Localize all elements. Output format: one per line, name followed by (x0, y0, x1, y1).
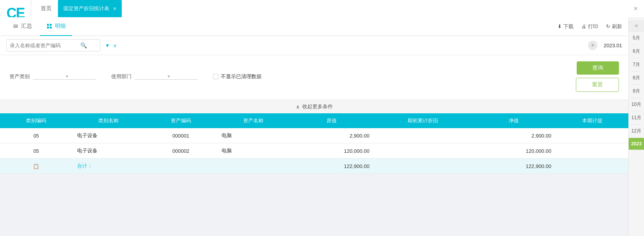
cell-net-value: 2,900.00 (471, 128, 556, 143)
reset-button[interactable]: 重置 (576, 78, 619, 92)
col-header-asset-name: 资产名称 (217, 113, 289, 128)
col-header-asset-code: 资产编码 (145, 113, 217, 128)
tab-summary-label: 汇总 (21, 23, 32, 30)
search-filter-bar: 🔍 ▼ ∨ > 2023.01 (0, 36, 628, 55)
cell-asset-name: 电脑 (217, 128, 289, 143)
total-net-value: 122,900.00 (471, 159, 556, 174)
month-sidebar-item[interactable]: 9月 (631, 85, 642, 98)
collapse-label: 收起更多条件 (302, 103, 333, 110)
app-close-button[interactable]: × (633, 5, 638, 13)
print-button[interactable]: 🖨 打印 (581, 23, 598, 30)
total-row: 📋 合计： 122,900.00 122,900.00 (0, 159, 628, 174)
refresh-button[interactable]: ↻ 刷新 (606, 23, 622, 30)
filter-icon: ▼ (105, 43, 110, 48)
cell-original-value: 2,900.00 (289, 128, 374, 143)
refresh-icon: ↻ (606, 23, 610, 29)
table-header-row: 类别编码 类别名称 资产编码 资产名称 原值 期初累计折旧 净值 本期计提 (0, 113, 628, 128)
search-input-wrap[interactable]: 🔍 (6, 39, 100, 52)
up-arrow-icon: < (635, 23, 638, 29)
filter-row-1: 资产类别 ▼ 使用部门 ▼ 不显示已清理数据 查询 重置 (9, 61, 619, 92)
col-header-original-value: 原值 (289, 113, 374, 128)
query-button[interactable]: 查询 (577, 61, 619, 75)
svg-rect-4 (50, 24, 52, 26)
date-display: 2023.01 (601, 43, 622, 48)
cell-net-value: 120,000.00 (471, 143, 556, 159)
department-field: 使用部门 ▼ (111, 73, 197, 80)
refresh-label: 刷新 (612, 23, 622, 30)
tab-detail-label: 明细 (55, 23, 66, 30)
cell-accumulated-depreciation (374, 143, 471, 159)
download-icon: ⬇ (557, 23, 562, 29)
hide-cleared-checkbox[interactable] (213, 74, 218, 79)
asset-table: 类别编码 类别名称 资产编码 资产名称 原值 期初累计折旧 净值 本期计提 05… (0, 113, 628, 174)
home-nav-item[interactable]: 首页 (38, 5, 55, 12)
cell-current-period (556, 128, 628, 143)
data-table-wrap: 类别编码 类别名称 资产编码 资产名称 原值 期初累计折旧 净值 本期计提 05… (0, 113, 628, 174)
total-label-cell: 合计： (72, 159, 217, 174)
sidebar-scroll-up[interactable]: < (629, 20, 644, 32)
month-sidebar: < 5月6月7月8月9月10月11月12月 2023 (628, 17, 644, 174)
search-icon: 🔍 (80, 42, 87, 48)
col-header-current-period: 本期计提 (556, 113, 628, 128)
month-sidebar-item[interactable]: 7月 (631, 58, 642, 72)
collapse-more-conditions[interactable]: ∧ 收起更多条件 (0, 100, 628, 113)
svg-rect-5 (47, 27, 49, 29)
cell-current-period (556, 143, 628, 159)
detail-icon (46, 23, 52, 29)
layers-icon (13, 23, 19, 29)
search-input[interactable] (10, 43, 80, 48)
month-sidebar-item[interactable]: 5月 (631, 32, 642, 45)
total-original-value: 122,900.00 (289, 159, 374, 174)
hide-cleared-field[interactable]: 不显示已清理数据 (213, 73, 262, 80)
tab-label: 固定资产折旧统计表 (63, 5, 109, 12)
expand-button[interactable]: > (588, 41, 597, 50)
collapse-icon: ∧ (296, 104, 300, 110)
col-header-net-value: 净值 (471, 113, 556, 128)
cell-original-value: 120,000.00 (289, 143, 374, 159)
department-arrow: ▼ (167, 74, 196, 79)
download-button[interactable]: ⬇ 下载 (557, 23, 574, 30)
svg-rect-0 (13, 25, 18, 25)
cell-accumulated-depreciation (374, 128, 471, 143)
print-icon: 🖨 (581, 23, 586, 29)
month-sidebar-item[interactable]: 8月 (631, 72, 642, 85)
cell-asset-code: 000002 (145, 143, 217, 159)
month-sidebar-item[interactable]: 6月 (631, 45, 642, 58)
table-row: 05 电子设备 000001 电脑 2,900.00 2,900.00 (0, 128, 628, 143)
total-icon-cell: 📋 (0, 159, 72, 174)
chevron-down-icon: ∨ (113, 43, 117, 48)
col-header-category-code: 类别编码 (0, 113, 72, 128)
more-conditions-toggle[interactable]: ▼ ∨ (105, 43, 117, 48)
cell-category-name: 电子设备 (72, 143, 145, 159)
total-current-period (556, 159, 628, 174)
advanced-filter-panel: 资产类别 ▼ 使用部门 ▼ 不显示已清理数据 查询 重置 (0, 55, 628, 100)
hide-cleared-label: 不显示已清理数据 (221, 73, 262, 80)
toolbar-actions: ⬇ 下载 🖨 打印 ↻ 刷新 (557, 23, 622, 30)
chevron-right-icon: > (591, 43, 594, 48)
total-icon: 📋 (33, 163, 39, 169)
cell-category-code: 05 (0, 128, 72, 143)
month-sidebar-item[interactable]: 11月 (631, 111, 642, 125)
svg-rect-6 (50, 27, 52, 29)
asset-category-arrow: ▼ (65, 74, 94, 79)
asset-category-select[interactable]: ▼ (33, 73, 96, 80)
cell-asset-name: 电脑 (217, 143, 289, 159)
tab-close-button[interactable]: × (113, 5, 116, 12)
department-select[interactable]: ▼ (135, 73, 197, 80)
month-sidebar-item[interactable]: 10月 (631, 98, 642, 111)
tab-detail[interactable]: 明细 (40, 17, 72, 36)
asset-category-label: 资产类别 (9, 73, 30, 80)
col-header-accumulated-depreciation: 期初累计折旧 (374, 113, 471, 128)
print-label: 打印 (588, 23, 598, 30)
col-header-category-name: 类别名称 (72, 113, 145, 128)
cell-category-code: 05 (0, 143, 72, 159)
svg-rect-3 (47, 24, 49, 26)
tab-summary[interactable]: 汇总 (6, 17, 38, 36)
month-sidebar-item[interactable]: 12月 (631, 125, 642, 138)
svg-rect-1 (13, 26, 18, 27)
total-asset-name (217, 159, 289, 174)
fixed-asset-tab[interactable]: 固定资产折旧统计表 × (58, 0, 122, 17)
department-label: 使用部门 (111, 73, 132, 80)
asset-category-field: 资产类别 ▼ (9, 73, 96, 80)
year-indicator[interactable]: 2023 (629, 138, 644, 150)
